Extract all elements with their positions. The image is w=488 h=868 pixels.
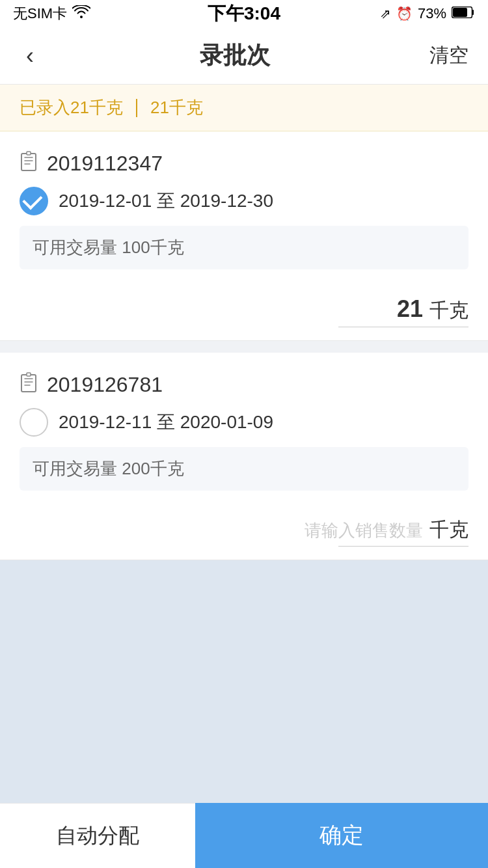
batch1-icon	[20, 151, 40, 176]
batch1-quantity-value: 21	[397, 295, 423, 323]
info-value: 21千克	[150, 96, 203, 119]
batch1-date-row[interactable]: 2019-12-01 至 2019-12-30	[20, 187, 468, 215]
auto-assign-button[interactable]: 自动分配	[0, 803, 195, 868]
svg-rect-5	[27, 373, 31, 376]
alarm-icon: ⏰	[396, 6, 413, 21]
batch-card-2: 2019126781 2019-12-11 至 2020-01-09 可用交易量…	[0, 353, 488, 504]
bottom-bar: 自动分配 确定	[0, 803, 488, 868]
status-right: ⇗ ⏰ 73%	[380, 5, 475, 22]
carrier-text: 无SIM卡	[13, 4, 67, 23]
svg-rect-2	[21, 154, 36, 170]
batch2-date: 2019-12-11 至 2020-01-09	[59, 410, 273, 435]
svg-rect-4	[21, 375, 36, 392]
batch2-unit: 千克	[429, 517, 468, 543]
batch2-quantity-row[interactable]: 千克	[0, 504, 488, 560]
batch1-radio[interactable]	[20, 187, 48, 215]
batch1-date: 2019-12-01 至 2019-12-30	[59, 189, 273, 213]
batch2-quantity-input[interactable]	[254, 521, 423, 541]
status-time: 下午3:04	[208, 1, 280, 26]
svg-rect-1	[453, 8, 467, 17]
svg-rect-3	[27, 152, 31, 155]
batch2-date-row[interactable]: 2019-12-11 至 2020-01-09	[20, 408, 468, 437]
back-button[interactable]: ‹	[20, 36, 40, 76]
battery-text: 73%	[418, 5, 446, 22]
clear-button[interactable]: 清空	[429, 42, 468, 69]
status-bar: 无SIM卡 下午3:04 ⇗ ⏰ 73%	[0, 0, 488, 27]
status-left: 无SIM卡	[13, 4, 90, 23]
page-title: 录批次	[200, 40, 270, 72]
wifi-icon	[72, 5, 90, 22]
batch2-radio[interactable]	[20, 408, 48, 437]
battery-icon	[452, 5, 475, 22]
batch2-qty-line: 千克	[254, 517, 468, 543]
batch2-available: 可用交易量 200千克	[20, 447, 468, 491]
location-icon: ⇗	[380, 6, 391, 21]
batch1-available: 可用交易量 100千克	[20, 226, 468, 269]
batch1-quantity-row: 21 千克	[0, 282, 488, 341]
batch2-qty-wrap: 千克	[254, 517, 468, 547]
batch1-header: 2019112347	[20, 151, 468, 176]
batch1-qty-line: 21 千克	[397, 295, 468, 324]
batch1-qty-wrap: 21 千克	[338, 295, 468, 327]
batch1-unit: 千克	[429, 297, 468, 324]
batch2-id: 2019126781	[47, 373, 163, 397]
batch2-header: 2019126781	[20, 372, 468, 398]
batch2-qty-sep	[338, 546, 468, 547]
info-banner: 已录入21千克 21千克	[0, 85, 488, 131]
confirm-button[interactable]: 确定	[195, 803, 488, 868]
batch-card-1: 2019112347 2019-12-01 至 2019-12-30 可用交易量…	[0, 131, 488, 282]
nav-bar: ‹ 录批次 清空	[0, 27, 488, 85]
info-label: 已录入21千克	[20, 96, 123, 119]
batch2-icon	[20, 372, 40, 398]
batch1-id: 2019112347	[47, 152, 163, 176]
batch1-qty-sep	[338, 327, 468, 327]
info-divider	[136, 99, 137, 117]
card-divider-1	[0, 341, 488, 353]
